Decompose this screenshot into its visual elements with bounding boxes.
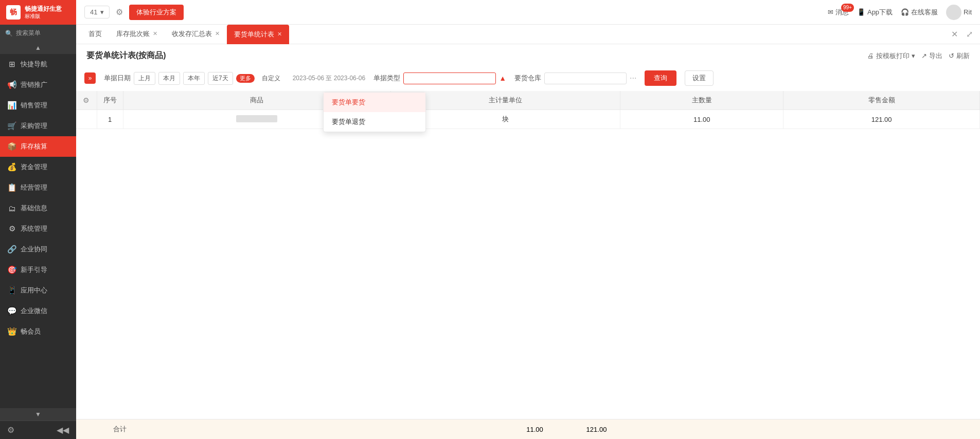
sidebar-search[interactable]: 🔍 搜索菜单 [0, 25, 76, 42]
tab-inventory-batch[interactable]: 库存批次账 ✕ [109, 25, 165, 44]
print-button[interactable]: 🖨 按模板打印 ▾ [867, 51, 915, 61]
collapse-icon[interactable]: ◀◀ [57, 425, 69, 435]
filter-warehouse-group: 要货仓库 ··· [514, 72, 636, 84]
gear-icon[interactable]: ⚙ [116, 7, 123, 17]
sidebar-item-label: 库存核算 [21, 142, 47, 151]
cell-settings [76, 110, 97, 129]
sidebar-item-appstore[interactable]: 📱 应用中心 [0, 280, 76, 301]
sidebar-item-sales[interactable]: 📊 销售管理 [0, 95, 76, 116]
message-action[interactable]: ✉ 消息 99+ [828, 8, 849, 17]
tab-close-collect-summary[interactable]: ✕ [215, 30, 220, 37]
tab-close-order-summary[interactable]: ✕ [277, 31, 282, 38]
user-avatar-action[interactable]: Rit [946, 5, 972, 20]
logo-sub: 标准版 [25, 13, 62, 20]
sidebar-item-marketing[interactable]: 📢 营销推广 [0, 75, 76, 95]
table-row: 1 块 11.00 121.00 [76, 110, 980, 129]
sidebar-item-label: 采购管理 [21, 121, 47, 131]
settings-button[interactable]: 设置 [685, 70, 714, 86]
sidebar-item-purchase[interactable]: 🛒 采购管理 [0, 116, 76, 136]
message-icon: ✉ [828, 8, 833, 16]
filter-bar: » 单据日期 上月 本月 本年 近7天 更多 自定义 2023-05-06 至 … [76, 65, 980, 91]
system-icon: ⚙ [7, 224, 16, 233]
warehouse-filter-label: 要货仓库 [514, 74, 541, 83]
app-download-action[interactable]: 📱 App下载 [857, 8, 893, 17]
sidebar-item-operation[interactable]: 📋 经营管理 [0, 177, 76, 198]
export-button[interactable]: ↗ 导出 [921, 51, 942, 61]
page-header: 要货单统计表(按商品) 🖨 按模板打印 ▾ ↗ 导出 ↺ 刷新 [76, 44, 980, 65]
date-this-month-btn[interactable]: 本月 [158, 72, 180, 85]
filter-date-group: 单据日期 上月 本月 本年 近7天 更多 自定义 [104, 72, 284, 85]
sidebar-item-label: 系统管理 [21, 224, 47, 233]
search-icon: 🔍 [5, 30, 13, 37]
type-dropdown: 要货单要货 要货单退货 [323, 92, 426, 132]
guide-icon: 🎯 [7, 265, 16, 275]
footer-label: 合计 [82, 425, 157, 434]
print-icon: 🖨 [867, 52, 874, 60]
filter-expand-button[interactable]: » [84, 72, 96, 84]
tab-close-inventory-batch[interactable]: ✕ [153, 30, 157, 37]
dropdown-item-order-return[interactable]: 要货单退货 [324, 112, 425, 132]
sidebar-item-label: 畅会员 [21, 327, 41, 336]
service-action[interactable]: 🎧 在线客服 [901, 8, 938, 17]
sidebar-item-enterprise[interactable]: 🔗 企业协同 [0, 239, 76, 260]
sidebar-item-wechat[interactable]: 💬 企业微信 [0, 301, 76, 321]
sidebar-item-label: 企业微信 [21, 306, 47, 316]
sidebar-item-label: 基础信息 [21, 204, 47, 213]
service-label: 在线客服 [911, 8, 938, 17]
date-last-month-btn[interactable]: 上月 [134, 72, 155, 85]
date-7days-btn[interactable]: 近7天 [208, 72, 233, 85]
basic-icon: 🗂 [7, 204, 16, 213]
date-custom-btn[interactable]: 自定义 [258, 72, 284, 84]
sidebar-item-label: 企业协同 [21, 245, 47, 254]
table-footer: 合计 11.00 121.00 [76, 419, 980, 439]
date-this-year-btn[interactable]: 本年 [183, 72, 205, 85]
enterprise-icon: 🔗 [7, 245, 16, 254]
table-settings-icon[interactable]: ⚙ [83, 96, 90, 104]
refresh-button[interactable]: ↺ 刷新 [949, 51, 970, 61]
sidebar-item-inventory[interactable]: 📦 库存核算 [0, 136, 76, 157]
sidebar-item-system[interactable]: ⚙ 系统管理 [0, 218, 76, 239]
store-selector[interactable]: 41 ▾ [84, 6, 110, 19]
warehouse-more-icon[interactable]: ··· [630, 74, 636, 83]
tab-order-summary-label: 要货单统计表 [234, 30, 274, 39]
close-all-btn[interactable]: ✕ [949, 29, 960, 39]
sidebar-scroll-up[interactable]: ▲ [0, 42, 76, 54]
sidebar-scroll-down[interactable]: ▼ [0, 408, 76, 420]
sidebar-item-basic[interactable]: 🗂 基础信息 [0, 198, 76, 218]
trial-button[interactable]: 体验行业方案 [129, 5, 184, 20]
cell-amount: 121.00 [783, 110, 980, 129]
tabs: 首页 库存批次账 ✕ 收发存汇总表 ✕ 要货单统计表 ✕ ✕ ⤢ [76, 25, 980, 44]
cell-num: 1 [97, 110, 123, 129]
query-button[interactable]: 查询 [645, 70, 676, 86]
settings-bottom-icon[interactable]: ⚙ [7, 425, 14, 435]
sidebar-item-label: 新手引导 [21, 265, 47, 275]
th-amount: 零售金额 [783, 91, 980, 110]
print-label: 按模板打印 [876, 51, 910, 61]
filter-type-group: 单据类型 ▲ [373, 72, 506, 84]
sidebar-item-label: 经营管理 [21, 183, 47, 192]
export-label: 导出 [929, 51, 942, 61]
warehouse-filter-input[interactable] [544, 72, 627, 84]
print-arrow-icon: ▾ [912, 52, 915, 60]
th-settings: ⚙ [76, 91, 97, 110]
date-more-btn[interactable]: 更多 [236, 74, 255, 83]
sidebar-item-finance[interactable]: 💰 资金管理 [0, 157, 76, 177]
sidebar-item-quick-nav[interactable]: ⊞ 快捷导航 [0, 54, 76, 75]
tab-home[interactable]: 首页 [81, 25, 109, 44]
type-filter-arrow[interactable]: ▲ [499, 74, 506, 82]
operation-icon: 📋 [7, 183, 16, 192]
sidebar-item-label: 营销推广 [21, 80, 47, 89]
date-filter-label: 单据日期 [104, 74, 131, 83]
tab-collect-summary[interactable]: 收发存汇总表 ✕ [165, 25, 227, 44]
sidebar-item-guide[interactable]: 🎯 新手引导 [0, 260, 76, 280]
topbar-actions: ✉ 消息 99+ 📱 App下载 🎧 在线客服 Rit [828, 5, 972, 20]
logo-title: 畅捷通好生意 [25, 5, 62, 13]
tab-collect-summary-label: 收发存汇总表 [172, 29, 212, 39]
type-filter-input[interactable] [403, 72, 496, 84]
expand-btn[interactable]: ⤢ [964, 29, 975, 39]
refresh-label: 刷新 [956, 51, 970, 61]
table-area: ⚙ 序号 商品 主计量单位 主数量 零售金额 [76, 91, 980, 419]
sidebar-item-member[interactable]: 👑 畅会员 [0, 321, 76, 342]
dropdown-item-order-in[interactable]: 要货单要货 [324, 93, 425, 112]
tab-order-summary[interactable]: 要货单统计表 ✕ [227, 25, 289, 44]
